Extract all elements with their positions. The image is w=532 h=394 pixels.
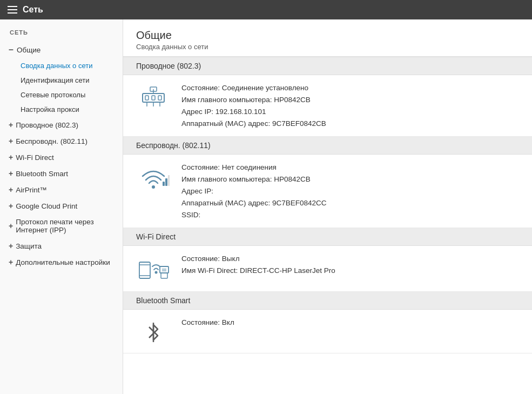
sidebar-group-label: Общие (17, 46, 41, 54)
wifidirect-section-content: Состояние: Выкл Имя Wi-Fi Direct: DIRECT… (123, 246, 532, 292)
wifidirect-icon (136, 255, 171, 283)
wired-section-title: Проводное (802.3) (123, 57, 532, 75)
sidebar-item-wired[interactable]: + Проводное (802.3) (0, 117, 123, 133)
svg-rect-12 (168, 175, 170, 186)
plus-icon: + (9, 169, 13, 178)
plus-icon: + (9, 153, 13, 162)
wired-mac: Аппаратный (MAC) адрес: 9C7BEF0842CB (181, 119, 519, 128)
svg-rect-3 (158, 96, 161, 100)
wifidirect-status: Состояние: Выкл (181, 255, 519, 263)
wireless-hostname: Имя главного компьютера: HP0842CB (181, 175, 519, 183)
plus-icon: + (9, 185, 13, 194)
wireless-section: Беспроводн. (802.11) (123, 137, 532, 228)
sidebar-item-ipp[interactable]: + Протокол печати через Интернет (IPP) (0, 214, 123, 238)
wired-section: Проводное (802.3) (123, 57, 532, 137)
svg-rect-2 (152, 96, 155, 100)
wireless-icon (136, 163, 171, 189)
sidebar-item-dop[interactable]: + Дополнительные настройки (0, 254, 123, 270)
minus-icon: – (9, 45, 14, 55)
svg-rect-0 (143, 94, 164, 102)
wired-details: Состояние: Соединение установлено Имя гл… (181, 84, 519, 128)
bluetooth-icon (136, 318, 171, 344)
svg-rect-17 (160, 266, 169, 273)
svg-rect-1 (145, 96, 149, 100)
plus-icon: + (9, 121, 13, 129)
wired-icon (136, 84, 171, 110)
svg-rect-18 (161, 273, 167, 278)
bluetooth-section-title: Bluetooth Smart (123, 292, 532, 310)
wired-ip: Адрес IP: 192.168.10.101 (181, 108, 519, 116)
wifidirect-section-title: Wi-Fi Direct (123, 228, 532, 246)
sidebar-item-gcp[interactable]: + Google Cloud Print (0, 198, 123, 214)
page-title: Общие (136, 29, 519, 42)
sidebar-item-bluetooth[interactable]: + Bluetooth Smart (0, 165, 123, 182)
wireless-ssid: SSID: (181, 211, 519, 219)
wired-section-content: Состояние: Соединение установлено Имя гл… (123, 75, 532, 137)
sidebar-item-nastrojka[interactable]: Настройка прокси (6, 102, 123, 117)
wireless-section-content: Состояние: Нет соединения Имя главного к… (123, 155, 532, 228)
wireless-details: Состояние: Нет соединения Имя главного к… (181, 163, 519, 219)
sidebar-item-wifidirect[interactable]: + Wi-Fi Direct (0, 149, 123, 165)
plus-icon: + (9, 242, 13, 250)
svg-point-9 (152, 185, 155, 189)
main-header: Общие Сводка данных о сети (123, 19, 532, 57)
sidebar-item-svodnye[interactable]: Сводка данных о сети (6, 58, 123, 73)
plus-icon: + (9, 258, 13, 266)
wifidirect-details: Состояние: Выкл Имя Wi-Fi Direct: DIRECT… (181, 255, 519, 275)
wireless-ip: Адрес IP: (181, 187, 519, 195)
main-content: Общие Сводка данных о сети Проводное (80… (123, 19, 532, 394)
svg-rect-10 (163, 182, 165, 186)
wired-status: Состояние: Соединение установлено (181, 84, 519, 92)
wireless-mac: Аппаратный (MAC) адрес: 9C7BEF0842CC (181, 199, 519, 207)
sidebar-item-identifikaciya[interactable]: Идентификация сети (6, 73, 123, 88)
plus-icon: + (9, 222, 13, 230)
wired-hostname: Имя главного компьютера: HP0842CB (181, 96, 519, 104)
sidebar-item-airprint[interactable]: + AirPrint™ (0, 182, 123, 198)
topbar-title: Сеть (23, 5, 43, 15)
bluetooth-details: Состояние: Вкл (181, 318, 519, 326)
wifidirect-section: Wi-Fi Direct (123, 228, 532, 292)
sidebar-sub-obshchie: Сводка данных о сети Идентификация сети … (0, 58, 123, 117)
main-layout: СЕТЬ – Общие Сводка данных о сети Иденти… (0, 19, 532, 394)
hamburger-menu[interactable] (8, 6, 17, 14)
sidebar: СЕТЬ – Общие Сводка данных о сети Иденти… (0, 19, 123, 394)
plus-icon: + (9, 137, 13, 145)
wireless-section-title: Беспроводн. (802.11) (123, 137, 532, 155)
wireless-status: Состояние: Нет соединения (181, 163, 519, 171)
page-subtitle: Сводка данных о сети (136, 43, 519, 51)
plus-icon: + (9, 202, 13, 210)
svg-rect-11 (165, 178, 167, 186)
sidebar-item-setevye[interactable]: Сетевые протоколы (6, 88, 123, 102)
wifidirect-name: Имя Wi-Fi Direct: DIRECT-CC-HP LaserJet … (181, 266, 519, 275)
bluetooth-section-content: Состояние: Вкл (123, 310, 532, 353)
bluetooth-status: Состояние: Вкл (181, 318, 519, 326)
sidebar-section-title: СЕТЬ (0, 29, 123, 41)
topbar: Сеть (0, 0, 532, 19)
sidebar-item-obshchie[interactable]: – Общие (0, 41, 123, 58)
svg-point-16 (155, 271, 158, 274)
sidebar-item-zashchita[interactable]: + Защита (0, 238, 123, 254)
sidebar-item-wireless[interactable]: + Беспроводн. (802.11) (0, 133, 123, 149)
bluetooth-section: Bluetooth Smart Состояние: Вкл (123, 292, 532, 353)
